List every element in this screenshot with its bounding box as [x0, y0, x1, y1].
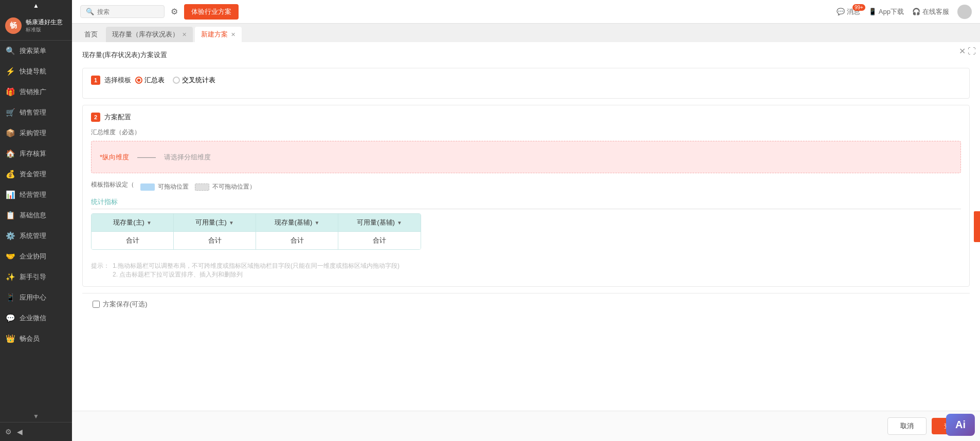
draggable-label: 可拖动位置 [158, 182, 189, 191]
sidebar-item-label: 搜索菜单 [20, 46, 46, 56]
radio-cross-label: 交叉统计表 [182, 76, 215, 85]
radio-summary-dot [137, 79, 140, 82]
marketing-icon: 🎁 [5, 87, 15, 97]
save-row: 方案保存(可选) [82, 293, 970, 315]
stats-col-label-1: 可用量(主) [195, 218, 227, 227]
ai-badge[interactable]: Ai [946, 414, 975, 436]
sidebar-item-purchase[interactable]: 📦 采购管理 [0, 123, 72, 143]
sidebar-item-label: 快捷导航 [20, 67, 46, 76]
settings-icon[interactable]: ⚙ [171, 7, 178, 16]
bottom-bar: 取消 查询 [72, 411, 980, 441]
stats-col-body-0: 合计 [92, 232, 173, 249]
sidebar-item-wechat[interactable]: 💬 企业微信 [0, 308, 72, 328]
sidebar-item-basic[interactable]: 📋 基础信息 [0, 205, 72, 226]
tab-new-scheme-label: 新建方案 [201, 30, 228, 39]
stats-col-0: 现存量(主) ▼ 合计 [92, 214, 174, 249]
finance-icon: 💰 [5, 169, 15, 179]
tab-home-label: 首页 [84, 30, 98, 39]
search-input[interactable] [97, 8, 159, 15]
search-icon: 🔍 [5, 46, 15, 56]
sidebar: ▲ 畅 畅康通好生意 标准版 🔍 搜索菜单 ⚡ 快捷导航 🎁 营销推广 🛒 销售… [0, 0, 72, 441]
tab-inventory-close[interactable]: ✕ [182, 31, 187, 38]
panel-close-btn[interactable]: ✕ [959, 46, 966, 56]
apps-icon: 📱 [5, 292, 15, 303]
sidebar-item-member[interactable]: 👑 畅会员 [0, 328, 72, 349]
stats-table: 现存量(主) ▼ 合计 可用量(主) ▼ 合计 [91, 213, 421, 250]
panel-expand-btn[interactable]: ⛶ [968, 46, 976, 56]
sidebar-item-label: 系统管理 [20, 231, 46, 241]
dimension-label: 汇总维度（必选） [91, 128, 961, 137]
purchase-icon: 📦 [5, 128, 15, 138]
tip-2: 2. 点击标题栏下拉可设置排序、插入列和删除列 [113, 270, 400, 279]
template-indicators-section: 模板指标设定（ 可拖动位置 不可拖动位置） [91, 180, 961, 193]
chevron-icon-0: ▼ [147, 220, 152, 226]
sidebar-item-sales[interactable]: 🛒 销售管理 [0, 102, 72, 123]
sidebar-item-finance[interactable]: 💰 资金管理 [0, 164, 72, 185]
tab-inventory[interactable]: 现存量（库存状况表） ✕ [106, 27, 193, 42]
enterprise-icon: 🤝 [5, 251, 15, 262]
sidebar-item-inventory[interactable]: 🏠 库存核算 [0, 143, 72, 164]
topbar-right: 💬 消息 99+ 📱 App下载 🎧 在线客服 [837, 5, 972, 19]
sidebar-scroll-up[interactable]: ▲ [0, 0, 72, 11]
stats-section: 统计指标 现存量(主) ▼ 合计 [91, 197, 961, 251]
sidebar-item-business[interactable]: 📊 经营管理 [0, 185, 72, 205]
sidebar-item-enterprise[interactable]: 🤝 企业协同 [0, 246, 72, 267]
stats-col-header-1[interactable]: 可用量(主) ▼ [174, 214, 256, 232]
topbar-search-box[interactable]: 🔍 [80, 5, 165, 18]
sidebar-item-marketing[interactable]: 🎁 营销推广 [0, 82, 72, 102]
sales-icon: 🛒 [5, 107, 15, 118]
search-icon: 🔍 [86, 8, 94, 15]
sidebar-item-label: 企业微信 [20, 314, 46, 323]
radio-cross[interactable]: 交叉统计表 [173, 76, 215, 85]
stats-col-label-3: 可用量(基辅) [357, 218, 395, 227]
sidebar-nav: 🔍 搜索菜单 ⚡ 快捷导航 🎁 营销推广 🛒 销售管理 📦 采购管理 🏠 库存核… [0, 41, 72, 411]
sidebar-item-apps[interactable]: 📱 应用中心 [0, 287, 72, 308]
page-area: 现存量(库存状况表)方案设置 1 选择模板 汇总表 [72, 42, 980, 411]
section-config: 2 方案配置 汇总维度（必选） *纵向维度 —— 请选择分组维度 模板指标设定（ [82, 105, 970, 287]
dimension-box[interactable]: *纵向维度 —— 请选择分组维度 [91, 141, 961, 173]
template-setting-label: 模板指标设定（ [91, 180, 134, 189]
app-edition: 标准版 [26, 26, 63, 33]
cancel-button[interactable]: 取消 [887, 417, 927, 435]
download-icon: 📱 [868, 8, 877, 15]
panel-controls: ✕ ⛶ [955, 42, 980, 60]
stats-col-header-0[interactable]: 现存量(主) ▼ [92, 214, 173, 232]
right-sidebar-handle[interactable] [974, 211, 980, 242]
quicknav-icon: ⚡ [5, 66, 15, 77]
message-badge[interactable]: 💬 消息 99+ [837, 7, 860, 16]
sidebar-item-system[interactable]: ⚙️ 系统管理 [0, 226, 72, 246]
tips-section: 提示： 1.拖动标题栏可以调整布局，不可跨维度或指标区域拖动栏目字段(只能在同一… [91, 262, 961, 279]
business-icon: 📊 [5, 190, 15, 200]
tips-title: 提示： [91, 262, 110, 279]
sidebar-collapse-btn[interactable]: ◀ [17, 428, 23, 436]
topbar: 🔍 ⚙ 体验行业方案 💬 消息 99+ 📱 App下载 🎧 在线客服 [72, 0, 980, 24]
sidebar-item-guide[interactable]: ✨ 新手引导 [0, 267, 72, 287]
stats-col-body-3: 合计 [338, 232, 421, 249]
tab-new-scheme-close[interactable]: ✕ [231, 31, 235, 38]
section1-header: 1 选择模板 汇总表 交叉统计表 [91, 76, 961, 85]
stats-col-header-2[interactable]: 现存量(基辅) ▼ [256, 214, 338, 232]
section-template: 1 选择模板 汇总表 交叉统计表 [82, 68, 970, 99]
fixed-label: 不可拖动位置） [212, 182, 256, 191]
sidebar-scroll-down[interactable]: ▼ [0, 411, 72, 422]
tab-home[interactable]: 首页 [78, 27, 104, 42]
dimension-required-text: *纵向维度 [100, 153, 129, 162]
user-avatar[interactable] [957, 5, 972, 19]
sidebar-item-search[interactable]: 🔍 搜索菜单 [0, 41, 72, 61]
stats-table-header: 现存量(主) ▼ 合计 可用量(主) ▼ 合计 [92, 214, 421, 249]
app-download-btn[interactable]: 📱 App下载 [868, 7, 904, 16]
dimension-placeholder: 请选择分组维度 [164, 153, 211, 162]
sidebar-item-quick-nav[interactable]: ⚡ 快捷导航 [0, 61, 72, 82]
online-service-btn[interactable]: 🎧 在线客服 [912, 7, 949, 16]
tab-new-scheme[interactable]: 新建方案 ✕ [195, 27, 242, 42]
trial-btn[interactable]: 体验行业方案 [184, 4, 239, 20]
chevron-icon-2: ▼ [314, 220, 319, 226]
settings-btn[interactable]: ⚙ [5, 428, 12, 436]
message-icon: 💬 [837, 8, 845, 15]
radio-summary[interactable]: 汇总表 [135, 76, 165, 85]
sidebar-bottom: ⚙ ◀ [0, 422, 72, 441]
stats-col-header-3[interactable]: 可用量(基辅) ▼ [338, 214, 421, 232]
wechat-icon: 💬 [5, 313, 15, 323]
sidebar-item-label: 营销推广 [20, 87, 46, 97]
save-checkbox[interactable] [93, 301, 100, 308]
